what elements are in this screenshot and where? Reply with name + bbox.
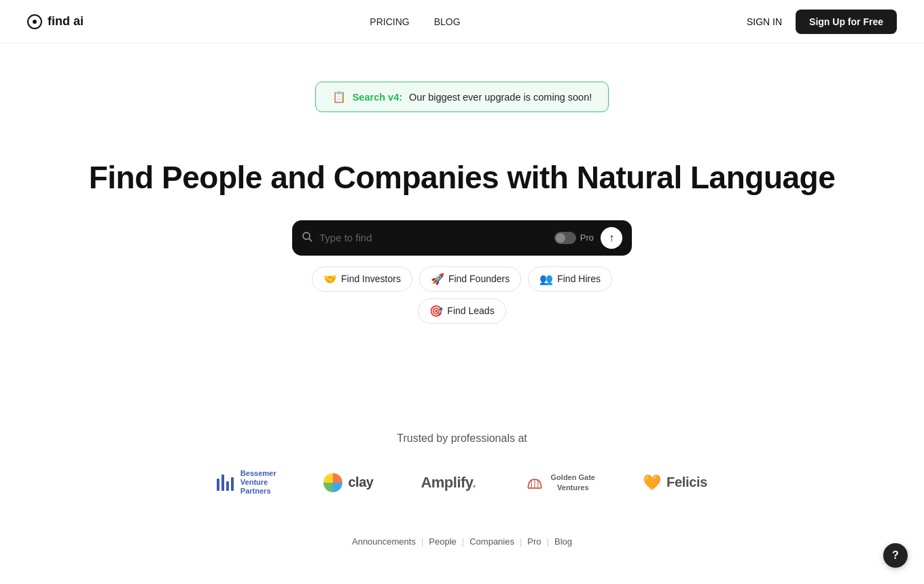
banner-label: Search v4: <box>353 92 402 103</box>
pro-label: Pro <box>580 233 594 243</box>
footer-link-blog[interactable]: Blog <box>554 536 572 547</box>
help-button[interactable]: ? <box>883 543 908 568</box>
nav-blog[interactable]: BLOG <box>434 16 461 27</box>
logo-circle <box>27 14 42 29</box>
logo-golden-gate: Golden GateVentures <box>524 472 595 494</box>
filter-btn-find-investors[interactable]: 🤝Find Investors <box>312 267 412 292</box>
hero-section: Find People and Companies with Natural L… <box>0 160 924 324</box>
filter-btn-find-leads[interactable]: 🎯Find Leads <box>418 298 505 324</box>
filter-label-find-founders: Find Founders <box>448 273 510 284</box>
filter-btn-find-founders[interactable]: 🚀Find Founders <box>419 267 521 292</box>
announcement-banner: 📋 Search v4: Our biggest ever upgrade is… <box>315 82 609 112</box>
footer-link-companies[interactable]: Companies <box>469 536 514 547</box>
filter-btn-find-hires[interactable]: 👥Find Hires <box>528 267 612 292</box>
quick-filters: 🤝Find Investors🚀Find Founders👥Find Hires… <box>292 267 632 324</box>
filter-label-find-leads: Find Leads <box>447 305 494 316</box>
banner-icon: 📋 <box>332 90 346 103</box>
logo-felicis: 🧡 Felicis <box>643 474 707 492</box>
felicis-icon: 🧡 <box>643 474 661 492</box>
footer-link-pro[interactable]: Pro <box>527 536 541 547</box>
svg-line-1 <box>309 239 312 241</box>
search-input[interactable] <box>319 232 548 243</box>
trusted-section: Trusted by professionals at Bessemer Ven… <box>0 432 924 496</box>
footer-link-people[interactable]: People <box>429 536 456 547</box>
bessemer-text: Bessemer Venture Partners <box>241 469 277 496</box>
footer: Announcements|People|Companies|Pro|Blog <box>0 536 924 560</box>
footer-sep-2: | <box>520 536 522 547</box>
search-container: Pro ↑ 🤝Find Investors🚀Find Founders👥Find… <box>292 220 632 324</box>
felicis-text: Felicis <box>667 475 707 490</box>
logo-amplify: Amplify. <box>421 474 476 492</box>
filter-label-find-hires: Find Hires <box>557 273 601 284</box>
amplify-text: Amplify. <box>421 474 476 492</box>
footer-sep-0: | <box>421 536 423 547</box>
filter-emoji-find-founders: 🚀 <box>431 273 444 286</box>
clay-text: clay <box>348 475 373 490</box>
clay-icon <box>323 473 342 492</box>
hero-title: Find People and Companies with Natural L… <box>89 160 836 196</box>
nav-pricing[interactable]: PRICING <box>370 16 409 27</box>
signup-button[interactable]: Sign Up for Free <box>796 10 897 34</box>
navbar: find ai PRICING BLOG SIGN IN Sign Up for… <box>0 0 924 44</box>
golden-gate-icon <box>524 472 546 494</box>
search-submit-button[interactable]: ↑ <box>601 227 622 249</box>
banner-message: Our biggest ever upgrade is coming soon! <box>409 92 592 103</box>
filter-label-find-investors: Find Investors <box>341 273 401 284</box>
nav-actions: SIGN IN Sign Up for Free <box>747 10 897 34</box>
toggle-thumb <box>556 233 565 243</box>
sign-in-button[interactable]: SIGN IN <box>747 16 782 27</box>
filter-emoji-find-hires: 👥 <box>539 273 553 286</box>
golden-gate-text: Golden GateVentures <box>551 473 595 492</box>
filter-emoji-find-leads: 🎯 <box>429 305 443 317</box>
logo-text: find ai <box>48 14 84 29</box>
toggle-track[interactable] <box>554 232 576 244</box>
pro-toggle: Pro <box>554 232 594 244</box>
logos-row: Bessemer Venture Partners clay Amplify. <box>190 469 734 496</box>
footer-sep-1: | <box>462 536 464 547</box>
footer-sep-3: | <box>547 536 549 547</box>
bessemer-icon <box>217 475 234 491</box>
logo-bessemer: Bessemer Venture Partners <box>217 469 277 496</box>
logo[interactable]: find ai <box>27 14 84 29</box>
nav-links: PRICING BLOG <box>370 16 460 27</box>
footer-link-announcements[interactable]: Announcements <box>352 536 416 547</box>
logo-dot <box>33 20 37 24</box>
trusted-label: Trusted by professionals at <box>397 432 527 445</box>
search-icon <box>302 231 313 245</box>
logo-clay: clay <box>323 473 373 492</box>
search-bar: Pro ↑ <box>292 220 632 256</box>
filter-emoji-find-investors: 🤝 <box>323 273 337 286</box>
